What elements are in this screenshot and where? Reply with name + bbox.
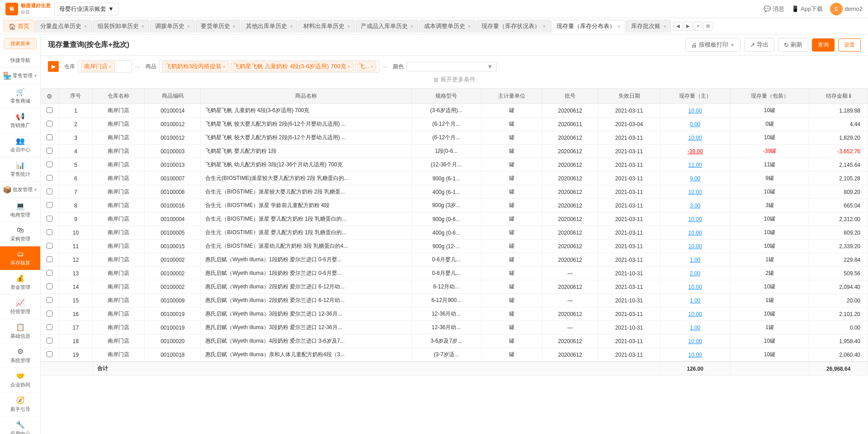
cell-checkbox[interactable] [41,253,59,267]
cell-qty-main[interactable]: 10.00 [660,104,730,118]
cell-checkbox[interactable] [41,307,59,321]
tab-zuzhangchaijian[interactable]: 组装拆卸单历史 × [93,20,149,33]
sidebar-item-ops[interactable]: 📈 经营管理 [0,295,40,319]
close-icon[interactable]: × [543,24,546,29]
sidebar-item-base[interactable]: 📋 基础信息 [0,319,40,344]
row-checkbox[interactable] [47,216,52,222]
cell-checkbox[interactable] [41,280,59,294]
cell-checkbox[interactable] [41,321,59,335]
cell-checkbox[interactable] [41,118,59,131]
row-checkbox[interactable] [47,256,52,262]
close-icon[interactable]: × [468,24,471,29]
row-checkbox[interactable] [47,229,52,235]
settings-icon[interactable]: ⚙ [47,93,52,100]
cell-qty-main[interactable]: -39.00 [660,145,730,158]
cell-checkbox[interactable] [41,145,59,158]
color-filter-input[interactable]: ▼ [406,62,497,71]
tab-chengben[interactable]: 成本调整单历史 × [419,20,476,33]
close-icon[interactable]: × [290,24,292,29]
cell-qty-main[interactable]: 1.00 [660,253,730,267]
row-checkbox[interactable] [47,283,52,289]
sidebar-item-purchase[interactable]: 🛍 采购管理 [0,222,40,246]
row-checkbox[interactable] [47,311,52,316]
close-icon[interactable]: × [410,24,413,29]
tab-kucun-pizhang[interactable]: 库存批次账 × [626,20,671,33]
cell-qty-main[interactable]: 3.00 [660,199,730,212]
sidebar-item-coop[interactable]: 🤝 企业协同 [0,368,40,392]
expand-conditions-button[interactable]: ⊞ 展开更多条件 [434,75,476,84]
cell-checkbox[interactable] [41,199,59,212]
row-checkbox[interactable] [47,324,52,330]
tab-xiancunliang-zhuangkuang[interactable]: 现存量（库存状况表） × [476,20,551,33]
row-checkbox[interactable] [47,243,52,249]
cell-checkbox[interactable] [41,335,59,348]
row-checkbox[interactable] [47,175,52,181]
row-checkbox[interactable] [47,202,52,208]
tab-diaobodanhistory[interactable]: 调拨单历史 × [150,20,195,33]
close-icon[interactable]: × [187,24,190,29]
sidebar-item-member[interactable]: 👥 会员中心 [0,133,40,157]
close-icon[interactable]: × [618,24,621,29]
cell-checkbox[interactable] [41,294,59,307]
cell-qty-main[interactable]: 10.00 [660,307,730,321]
cell-checkbox[interactable] [41,267,59,280]
close-icon[interactable]: × [84,24,87,29]
cell-checkbox[interactable] [41,348,59,362]
cell-checkbox[interactable] [41,212,59,226]
row-checkbox[interactable] [47,107,52,113]
tab-fenliangpandian[interactable]: 分量盘点单历史 × [35,20,92,33]
cell-qty-main[interactable]: 1.00 [660,294,730,307]
settings-button[interactable]: 设置 [838,38,861,52]
sidebar-item-apps[interactable]: 🔧 应用中心 [0,417,40,434]
tab-cailiao-chuku[interactable]: 材料出库单历史 × [298,20,355,33]
cell-checkbox[interactable] [41,131,59,145]
export-button[interactable]: ↗ 导出 [744,38,774,52]
tab-yaohuo[interactable]: 要货单历史 × [196,20,241,33]
cell-qty-main[interactable]: 1.00 [660,321,730,335]
product-filter-input[interactable]: 飞鹤奶粉3段丙搭提装 × 飞鹤星飞帆 儿童奶粉 4段(3-6岁适用) 700克 … [159,60,380,73]
cell-qty-main[interactable]: 2.00 [660,267,730,280]
cell-checkbox[interactable] [41,104,59,118]
row-checkbox[interactable] [47,351,52,357]
remove-warehouse-tag-button[interactable]: × [109,64,112,69]
user-profile[interactable]: E demo2 [830,3,863,15]
cell-checkbox[interactable] [41,240,59,253]
cell-qty-main[interactable]: 11.00 [660,158,730,172]
tab-chancheng-ruku[interactable]: 产成品入库单历史 × [356,20,418,33]
cell-qty-main[interactable]: 9.00 [660,172,730,185]
nav-next-button[interactable]: ▶ [684,22,693,31]
message-button[interactable]: 💬 消息 [764,5,784,13]
tab-xiancunliang-fenbiao[interactable]: 现存量（库存分布表） × [552,20,626,33]
row-checkbox[interactable] [47,148,52,154]
row-checkbox[interactable] [47,161,52,167]
cell-qty-main[interactable]: 10.00 [660,131,730,145]
remove-product-tag-button[interactable]: × [223,64,226,69]
cell-checkbox[interactable] [41,172,59,185]
quick-nav-button[interactable]: 快捷导航 [4,56,37,65]
close-icon[interactable]: × [142,24,144,29]
tab-home[interactable]: 🏠 首页 [4,20,34,33]
sidebar-item-wholesale[interactable]: 📦 批发管理 ▼ [0,182,40,198]
cell-qty-main[interactable]: 10.00 [660,226,730,240]
row-checkbox[interactable] [47,134,52,140]
nav-close-button[interactable]: × [693,22,703,31]
row-checkbox[interactable] [47,297,52,303]
row-checkbox[interactable] [47,338,52,344]
remove-product-tag-button[interactable]: × [348,64,350,69]
filter-expand-icon[interactable]: ▶ [48,61,59,72]
nav-menu-button[interactable]: ⊞ [703,22,712,31]
tab-qita-chuku[interactable]: 其他出库单历史 × [241,20,297,33]
refresh-button[interactable]: ↻ 刷新 [778,38,808,52]
search-menu-button[interactable]: 搜索菜单 [4,38,37,49]
sidebar-item-guide[interactable]: 🧭 新手引导 [0,392,40,417]
warehouse-more-icon[interactable]: ··· [135,63,140,70]
nav-prev-button[interactable]: ◀ [674,22,683,31]
remove-product-tag-button[interactable]: × [371,64,373,69]
cell-qty-main[interactable]: 10.00 [660,280,730,294]
sidebar-item-finance[interactable]: 💰 资金管理 [0,270,40,295]
print-button[interactable]: 🖨 按模板打印 ▼ [685,38,741,52]
query-button[interactable]: 查询 [812,38,835,52]
cell-qty-main[interactable]: 0.00 [660,118,730,131]
warehouse-filter-input[interactable]: 南岸门店 × [78,60,132,73]
industry-select[interactable]: 母婴行业演示账套 ▼ [54,3,119,15]
